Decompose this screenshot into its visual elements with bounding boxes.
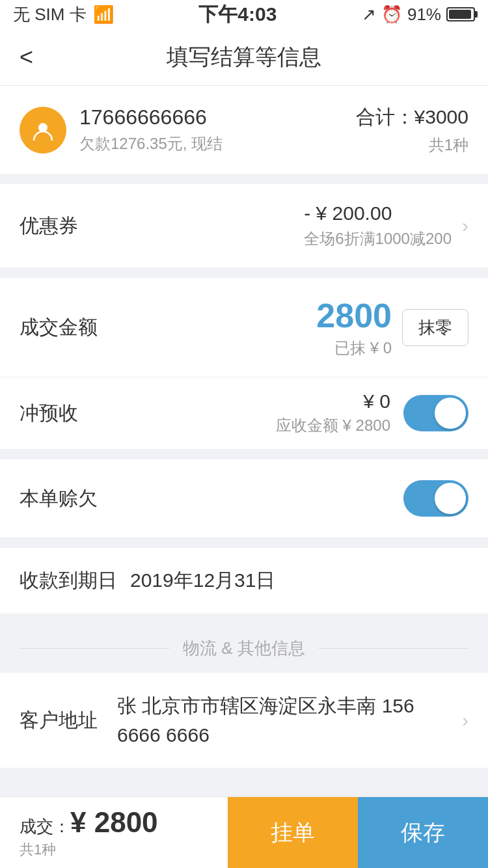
location-icon: ↗: [362, 5, 376, 25]
customer-left: 17666666666 欠款1276.35元, 现结: [20, 105, 223, 154]
coupon-sub: 全场6折满1000减200: [304, 228, 452, 249]
section-gap-2: [0, 449, 488, 459]
benlian-label: 本单赊欠: [20, 485, 98, 512]
transaction-value: 2800: [316, 296, 392, 335]
address-label: 客户地址: [20, 707, 98, 734]
chong-receivable: 应收金额 ¥ 2800: [276, 415, 390, 436]
chevron-right-icon: ›: [462, 215, 468, 237]
due-date-row: 收款到期日 2019年12月31日: [0, 548, 488, 614]
address-value: 张 北京市市辖区海淀区永丰南 156 6666 6666: [117, 691, 462, 750]
alarm-icon: ⏰: [381, 5, 402, 25]
logistics-label: 物流 & 其他信息: [183, 637, 305, 660]
transaction-right: 2800 已抹 ¥ 0 抹零: [316, 296, 468, 359]
customer-total: 合计：¥3000: [356, 104, 468, 131]
header: < 填写结算等信息: [0, 29, 488, 86]
battery-percent: 91%: [407, 5, 441, 25]
transaction-section: 成交金额 2800 已抹 ¥ 0 抹零: [0, 278, 488, 377]
chong-values: ¥ 0 应收金额 ¥ 2800: [276, 390, 390, 436]
due-date-value: 2019年12月31日: [130, 567, 275, 594]
status-left: 无 SIM 卡 📶: [13, 3, 114, 26]
section-gap-3: [0, 537, 488, 548]
bottom-left: 成交：¥ 2800 共1种: [0, 806, 228, 860]
status-bar: 无 SIM 卡 📶 下午4:03 ↗ ⏰ 91%: [0, 0, 488, 29]
transaction-sub: 已抹 ¥ 0: [316, 338, 392, 359]
bottom-total-amount: ¥ 2800: [70, 806, 158, 838]
transaction-label: 成交金额: [20, 314, 98, 341]
round-button[interactable]: 抹零: [402, 309, 468, 346]
coupon-row[interactable]: 优惠券 - ¥ 200.00 全场6折满1000减200 ›: [20, 184, 468, 267]
save-label: 保存: [401, 818, 445, 848]
coupon-value: - ¥ 200.00: [304, 202, 452, 224]
due-date-label: 收款到期日: [20, 567, 117, 594]
chong-prerecieve-row: 冲预收 ¥ 0 应收金额 ¥ 2800: [0, 377, 488, 449]
section-gap-1: [0, 267, 488, 278]
address-chevron-icon: ›: [462, 709, 468, 731]
battery-icon: [446, 7, 475, 21]
customer-note: 欠款1276.35元, 现结: [79, 133, 223, 154]
benlian-row: 本单赊欠: [0, 459, 488, 537]
bottom-bar: 成交：¥ 2800 共1种 挂单 保存: [0, 796, 488, 868]
logistics-line-left: [20, 648, 170, 649]
hang-order-label: 挂单: [271, 818, 315, 848]
chong-right: ¥ 0 应收金额 ¥ 2800: [276, 390, 468, 436]
coupon-section: 优惠券 - ¥ 200.00 全场6折满1000减200 ›: [0, 184, 488, 267]
customer-phone: 17666666666: [79, 105, 223, 129]
avatar: [20, 107, 66, 154]
benlian-toggle-knob: [435, 483, 466, 514]
chong-toggle[interactable]: [403, 395, 468, 431]
logistics-line-right: [318, 648, 468, 649]
save-button[interactable]: 保存: [358, 797, 488, 869]
bottom-transaction-label: 成交：: [20, 817, 70, 836]
customer-info: 17666666666 欠款1276.35元, 现结: [79, 105, 223, 154]
status-right: ↗ ⏰ 91%: [362, 5, 475, 25]
bottom-gap: [0, 768, 488, 794]
carrier-label: 无 SIM 卡: [13, 3, 87, 26]
logistics-divider: 物流 & 其他信息: [0, 624, 488, 673]
bottom-transaction-row: 成交：¥ 2800: [20, 806, 208, 839]
customer-right: 合计：¥3000 共1种: [356, 104, 468, 156]
customer-count: 共1种: [356, 135, 468, 156]
back-button[interactable]: <: [13, 37, 40, 77]
content: 17666666666 欠款1276.35元, 现结 合计：¥3000 共1种 …: [0, 86, 488, 868]
bottom-count: 共1种: [20, 840, 208, 860]
page-title: 填写结算等信息: [167, 42, 321, 72]
customer-card: 17666666666 欠款1276.35元, 现结 合计：¥3000 共1种: [0, 86, 488, 174]
wifi-icon: 📶: [93, 5, 114, 25]
section-gap-4: [0, 614, 488, 624]
benlian-toggle[interactable]: [403, 480, 468, 517]
address-row[interactable]: 客户地址 张 北京市市辖区海淀区永丰南 156 6666 6666 ›: [0, 673, 488, 768]
chong-amount: ¥ 0: [276, 390, 390, 413]
coupon-label: 优惠券: [20, 213, 78, 239]
status-time: 下午4:03: [198, 1, 277, 28]
transaction-amount-row: 成交金额 2800 已抹 ¥ 0 抹零: [20, 278, 468, 377]
chong-label: 冲预收: [20, 400, 78, 427]
hang-order-button[interactable]: 挂单: [228, 797, 358, 869]
coupon-right: - ¥ 200.00 全场6折满1000减200 ›: [304, 202, 468, 249]
toggle-knob: [435, 398, 466, 429]
